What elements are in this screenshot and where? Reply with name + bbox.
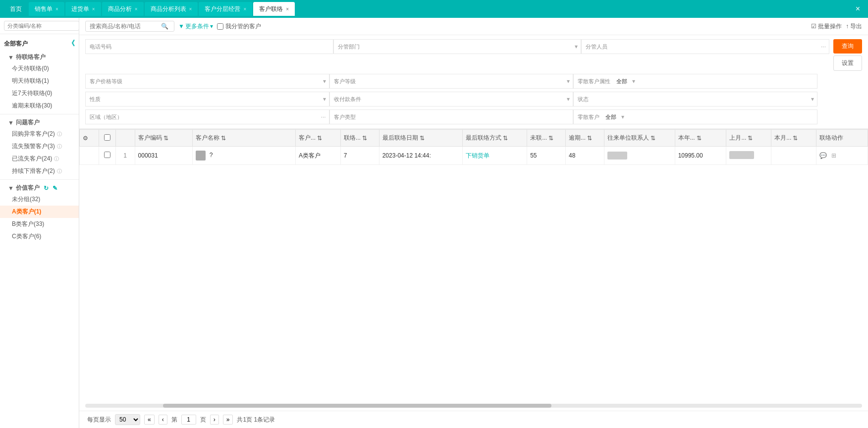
- filter-status-input[interactable]: [593, 96, 808, 102]
- filter-nature-dropdown[interactable]: ▾: [320, 96, 329, 103]
- filter-region-input[interactable]: [126, 114, 318, 120]
- main-search-input[interactable]: [90, 23, 159, 30]
- row-checkbox[interactable]: [104, 152, 110, 158]
- refresh-icon[interactable]: ↻: [44, 185, 49, 192]
- sidebar-value-customers-group[interactable]: ▼ 价值客户 ↻ ✎: [0, 182, 79, 193]
- filter-dept-input[interactable]: [364, 44, 572, 50]
- query-button[interactable]: 查询: [833, 39, 862, 54]
- close-tab-sales[interactable]: ×: [55, 6, 58, 12]
- sidebar-item-tomorrow-contact[interactable]: 明天待联络(1): [0, 75, 79, 87]
- select-all-checkbox[interactable]: [104, 134, 110, 141]
- message-icon[interactable]: 💬: [819, 152, 827, 159]
- main-search-icon[interactable]: 🔍: [161, 23, 168, 30]
- cell-last-method[interactable]: 下销货单: [463, 147, 527, 165]
- sidebar-collapse-icon[interactable]: 《: [68, 39, 75, 48]
- filter-customer-level: 客户等级 ▾: [329, 74, 574, 89]
- prev-page-button[interactable]: ‹: [159, 415, 167, 425]
- filter-price-level-input[interactable]: [126, 78, 320, 84]
- sidebar-all-customers[interactable]: 全部客户 《: [0, 36, 79, 51]
- col-select-all[interactable]: [99, 130, 115, 147]
- sort-icon-contact: ⇅: [362, 135, 367, 142]
- nav-tab-customer-contact[interactable]: 客户联络 ×: [253, 2, 295, 16]
- filter-payment-dropdown[interactable]: ▾: [564, 96, 573, 103]
- filter-person-input[interactable]: [611, 44, 818, 50]
- sidebar-item-churn-warning[interactable]: 流失预警客户(3) ⓘ: [0, 140, 79, 153]
- sidebar-item-overdue-contact[interactable]: 逾期未联络(30): [0, 100, 79, 112]
- sidebar-problem-customers-group[interactable]: ▼ 问题客户: [0, 116, 79, 128]
- sidebar-item-c-class[interactable]: C类客户(6): [0, 230, 79, 243]
- col-last-date[interactable]: 最后联络日期 ⇅: [379, 130, 463, 147]
- sidebar-item-unclassified[interactable]: 未分组(32): [0, 193, 79, 206]
- close-tab-purchase[interactable]: ×: [92, 6, 95, 12]
- more-filters-button[interactable]: ▼ 更多条件 ▾: [178, 22, 213, 31]
- sidebar-item-churned[interactable]: 已流失客户(24) ⓘ: [0, 153, 79, 165]
- col-type[interactable]: 客户... ⇅: [295, 130, 340, 147]
- nav-tab-analysis-list[interactable]: 商品分析列表 ×: [145, 2, 198, 16]
- filter-phone-input[interactable]: [115, 44, 333, 50]
- export-button[interactable]: ↑ 导出: [846, 22, 862, 31]
- sidebar-item-b-class[interactable]: B类客户(33): [0, 218, 79, 230]
- last-page-button[interactable]: »: [223, 415, 233, 425]
- filter-customer-level-dropdown[interactable]: ▾: [564, 78, 573, 85]
- close-tab-customer-contact[interactable]: ×: [286, 6, 289, 12]
- col-overdue[interactable]: 逾期... ⇅: [566, 130, 604, 147]
- filter-nature-input[interactable]: [105, 96, 320, 102]
- col-contact-person[interactable]: 往来单位联系人 ⇅: [604, 130, 675, 147]
- filter-region-more[interactable]: ···: [318, 113, 329, 120]
- qr-icon[interactable]: ⊞: [831, 152, 836, 159]
- sidebar-pending-contact-group[interactable]: ▼ 待联络客户: [0, 51, 79, 62]
- table-header-row: ⚙ 客户编码 ⇅ 客户名称 ⇅ 客户... ⇅: [80, 130, 868, 147]
- col-this-year[interactable]: 本年... ⇅: [675, 130, 726, 147]
- col-code[interactable]: 客户编码 ⇅: [135, 130, 193, 147]
- sidebar-item-today-contact[interactable]: 今天待联络(0): [0, 62, 79, 75]
- col-settings[interactable]: ⚙: [80, 130, 99, 147]
- cell-checkbox[interactable]: [99, 147, 115, 165]
- col-uncontacted[interactable]: 未联... ⇅: [527, 130, 566, 147]
- edit-icon[interactable]: ✎: [53, 185, 57, 192]
- scrollbar-thumb[interactable]: [163, 404, 551, 408]
- nav-tab-purchase[interactable]: 进货单 ×: [65, 2, 101, 16]
- settings-button[interactable]: 设置: [833, 55, 862, 71]
- filter-person-more-icon[interactable]: ···: [818, 43, 829, 50]
- col-last-method[interactable]: 最后联络方式 ⇅: [463, 130, 527, 147]
- page-number-input[interactable]: [181, 415, 196, 425]
- my-customers-filter: 我分管的客户: [217, 22, 261, 31]
- col-contact-count[interactable]: 联络... ⇅: [340, 130, 379, 147]
- filter-retail-attr-dropdown[interactable]: ▾: [629, 78, 638, 85]
- top-nav: 首页 销售单 × 进货单 × 商品分析 × 商品分析列表 × 客户分层经营 × …: [0, 0, 868, 18]
- filter-price-level-dropdown[interactable]: ▾: [320, 78, 329, 85]
- filter-dept-dropdown-icon[interactable]: ▾: [572, 43, 581, 50]
- my-customers-checkbox[interactable]: [217, 23, 223, 30]
- nav-tab-analysis[interactable]: 商品分析 ×: [102, 2, 144, 16]
- filter-payment-input[interactable]: [365, 96, 564, 102]
- col-name[interactable]: 客户名称 ⇅: [193, 130, 296, 147]
- sidebar-search-input[interactable]: [4, 21, 79, 31]
- sidebar-item-7day-contact[interactable]: 近7天待联络(0): [0, 87, 79, 100]
- sidebar-item-declining[interactable]: 持续下滑客户(2) ⓘ: [0, 165, 79, 177]
- filter-status-dropdown[interactable]: ▾: [808, 96, 817, 103]
- scrollbar-track[interactable]: [85, 404, 862, 408]
- col-this-month[interactable]: 本月... ⇅: [771, 130, 816, 147]
- sidebar-item-repurchase-abnormal[interactable]: 回购异常客户(2) ⓘ: [0, 128, 79, 140]
- sidebar-item-a-class[interactable]: A类客户(1): [0, 206, 79, 218]
- page-size-select[interactable]: 50 100 200: [115, 414, 140, 425]
- nav-tab-home[interactable]: 首页: [4, 2, 28, 16]
- close-tab-customer-tier[interactable]: ×: [243, 6, 246, 12]
- filter-retail-customer-dropdown[interactable]: ▾: [618, 113, 627, 120]
- window-close-button[interactable]: ×: [852, 4, 864, 13]
- filter-row2-spacer: [817, 74, 862, 89]
- close-tab-analysis-list[interactable]: ×: [189, 6, 192, 12]
- filter-dept-label: 分管部门: [334, 43, 364, 51]
- last-method-link[interactable]: 下销货单: [466, 152, 489, 159]
- close-tab-analysis[interactable]: ×: [135, 6, 138, 12]
- batch-operation-button[interactable]: ☑ 批量操作: [811, 22, 842, 31]
- cell-uncontacted: 55: [527, 147, 566, 165]
- filter-customer-level-input[interactable]: [360, 78, 564, 84]
- settings-icon[interactable]: ⚙: [83, 135, 88, 142]
- nav-tab-customer-tier[interactable]: 客户分层经营 ×: [199, 2, 252, 16]
- nav-tab-sales[interactable]: 销售单 ×: [29, 2, 64, 16]
- next-page-button[interactable]: ›: [210, 415, 219, 425]
- filter-customer-type-input[interactable]: [360, 114, 573, 120]
- first-page-button[interactable]: «: [144, 415, 155, 425]
- col-last-month[interactable]: 上月... ⇅: [726, 130, 771, 147]
